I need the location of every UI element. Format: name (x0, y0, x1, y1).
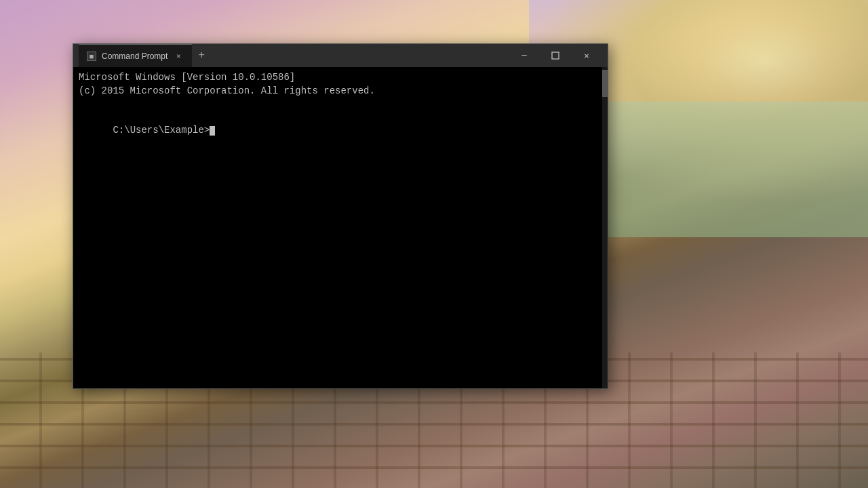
terminal-scrollbar[interactable] (602, 67, 608, 388)
close-button[interactable]: ✕ (571, 44, 602, 67)
add-tab-button[interactable]: + (192, 44, 211, 67)
svg-rect-0 (552, 52, 559, 59)
maximize-icon (551, 52, 559, 60)
cmd-tab[interactable]: ■ Command Prompt ✕ (79, 44, 192, 67)
title-bar: ■ Command Prompt ✕ + — ✕ (73, 44, 608, 67)
terminal-line-1: Microsoft Windows [Version 10.0.10586] (79, 71, 602, 85)
maximize-button[interactable] (540, 44, 571, 67)
tab-close-button[interactable]: ✕ (173, 51, 184, 62)
terminal-cursor (210, 126, 215, 136)
title-bar-left: ■ Command Prompt ✕ + (79, 44, 509, 67)
cmd-window: ■ Command Prompt ✕ + — ✕ Microsoft Windo… (73, 43, 608, 389)
terminal-content[interactable]: Microsoft Windows [Version 10.0.10586] (… (73, 67, 608, 388)
terminal-line-3 (79, 98, 602, 111)
terminal-prompt: C:\Users\Example> (113, 125, 210, 136)
terminal-prompt-line: C:\Users\Example> (79, 111, 602, 151)
cmd-icon-symbol: ■ (90, 53, 93, 60)
tab-title: Command Prompt (102, 52, 167, 61)
scrollbar-thumb[interactable] (602, 70, 608, 97)
minimize-button[interactable]: — (509, 44, 540, 67)
window-controls: — ✕ (509, 44, 602, 67)
terminal-line-2: (c) 2015 Microsoft Corporation. All righ… (79, 85, 602, 98)
mountain-overlay (597, 102, 868, 237)
cmd-tab-icon: ■ (87, 52, 96, 61)
